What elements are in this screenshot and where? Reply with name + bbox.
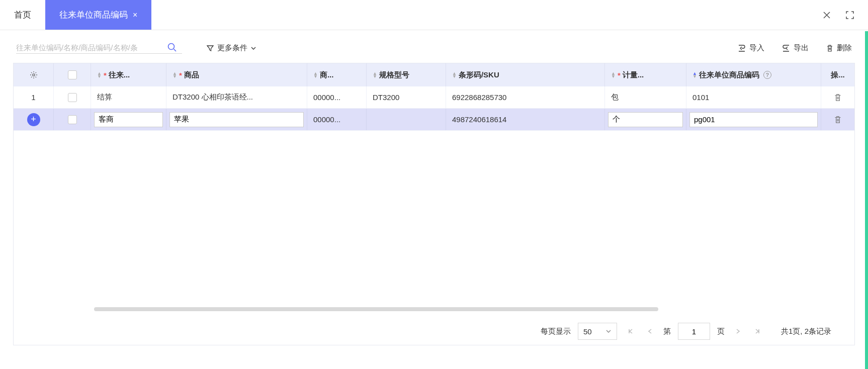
svg-point-1 xyxy=(32,74,34,76)
help-icon[interactable]: ? xyxy=(763,71,771,79)
scrollbar-thumb[interactable] xyxy=(94,307,658,311)
row-delete-button[interactable] xyxy=(833,115,842,124)
th-pcode-label: 商... xyxy=(320,70,334,80)
sort-icon: ▲▼ xyxy=(692,72,697,78)
tab-home-label: 首页 xyxy=(14,9,31,21)
required-icon: * xyxy=(104,71,107,79)
gear-icon xyxy=(29,70,38,79)
th-partnersku[interactable]: ▲▼ 往来单位商品编码 ? xyxy=(686,63,821,86)
import-label: 导入 xyxy=(749,43,764,53)
pager-summary: 共1页, 2条记录 xyxy=(781,327,831,336)
partner-input[interactable] xyxy=(94,112,163,127)
partnersku-input[interactable] xyxy=(689,112,818,127)
cell-op xyxy=(821,86,854,108)
page-prefix-label: 第 xyxy=(663,327,671,336)
cell-pcode: 00000... xyxy=(307,86,367,108)
sort-icon: ▲▼ xyxy=(313,72,318,78)
cell-checkbox xyxy=(54,109,91,130)
per-page-label: 每页显示 xyxy=(541,327,571,336)
add-row-button[interactable]: + xyxy=(27,113,40,126)
import-icon xyxy=(737,44,746,53)
right-edge-accent xyxy=(865,31,868,369)
unit-input[interactable] xyxy=(608,112,683,127)
required-icon: * xyxy=(179,71,182,79)
close-all-tabs-button[interactable] xyxy=(821,9,833,21)
cell-unit[interactable]: 包 xyxy=(605,86,686,108)
tabs-right xyxy=(821,0,868,30)
next-page-button[interactable] xyxy=(732,328,744,334)
export-button[interactable]: 导出 xyxy=(782,43,809,53)
cell-barcode: 4987240618614 xyxy=(446,109,605,130)
trash-icon xyxy=(826,44,834,52)
sort-icon: ▲▼ xyxy=(373,72,377,78)
chevron-down-icon xyxy=(605,328,612,334)
cell-partnersku[interactable]: 0101 xyxy=(686,86,821,108)
export-icon xyxy=(782,44,791,53)
prev-page-button[interactable] xyxy=(644,328,656,334)
th-spec[interactable]: ▲▼ 规格型号 xyxy=(367,63,446,86)
fullscreen-button[interactable] xyxy=(844,9,856,21)
required-icon: * xyxy=(618,71,621,79)
row-checkbox[interactable] xyxy=(68,115,77,124)
chevron-down-icon xyxy=(250,45,256,51)
toolbar: 更多条件 导入 导出 删除 xyxy=(0,30,868,63)
th-checkbox[interactable] xyxy=(54,63,91,86)
tab-home[interactable]: 首页 xyxy=(0,0,45,30)
th-partner[interactable]: ▲▼ * 往来... xyxy=(91,63,166,86)
row-checkbox[interactable] xyxy=(68,93,77,102)
svg-point-0 xyxy=(168,44,175,50)
more-filter-button[interactable]: 更多条件 xyxy=(206,43,256,53)
page-suffix-label: 页 xyxy=(717,327,725,336)
import-button[interactable]: 导入 xyxy=(737,43,764,53)
sort-icon: ▲▼ xyxy=(611,72,616,78)
table: ▲▼ * 往来... ▲▼ * 商品 ▲▼ 商... ▲▼ 规格型号 ▲▼ 条形… xyxy=(13,63,855,345)
cell-partner xyxy=(91,109,166,130)
toolbar-right: 导入 导出 删除 xyxy=(737,43,852,53)
last-page-button[interactable] xyxy=(751,328,764,335)
sort-icon: ▲▼ xyxy=(97,72,102,78)
th-settings[interactable] xyxy=(14,63,54,86)
tabs-bar: 首页 往来单位商品编码 × xyxy=(0,0,868,30)
th-unit-label: 计量... xyxy=(623,70,644,80)
page-number-input[interactable] xyxy=(678,323,710,340)
search-wrap xyxy=(16,42,182,54)
trash-icon xyxy=(833,115,842,124)
trash-icon xyxy=(833,93,842,102)
cell-barcode: 6922868285730 xyxy=(446,86,605,108)
th-partner-label: 往来... xyxy=(109,70,130,80)
th-barcode-label: 条形码/SKU xyxy=(459,70,499,80)
page-size-value: 50 xyxy=(583,327,592,336)
fullscreen-icon xyxy=(845,11,854,20)
tab-partner-sku[interactable]: 往来单位商品编码 × xyxy=(45,0,151,30)
cell-unit xyxy=(605,109,686,130)
cell-pcode: 00000... xyxy=(307,109,367,130)
cell-index: 1 xyxy=(14,86,54,108)
sort-icon: ▲▼ xyxy=(172,72,177,78)
delete-button[interactable]: 删除 xyxy=(826,43,852,53)
pager: 每页显示 50 第 页 共1页, 2条记录 xyxy=(27,318,841,345)
search-input[interactable] xyxy=(16,43,167,52)
close-icon[interactable]: × xyxy=(133,11,137,20)
row-delete-button[interactable] xyxy=(833,93,842,102)
horizontal-scrollbar[interactable] xyxy=(14,306,854,313)
scrollbar-track xyxy=(94,307,774,311)
th-barcode[interactable]: ▲▼ 条形码/SKU xyxy=(446,63,605,86)
product-input[interactable] xyxy=(169,112,304,127)
cell-product[interactable]: DT3200 心相印茶语经... xyxy=(166,86,307,108)
cell-product xyxy=(166,109,307,130)
th-pcode[interactable]: ▲▼ 商... xyxy=(307,63,367,86)
checkbox-all[interactable] xyxy=(68,70,77,79)
th-unit[interactable]: ▲▼ * 计量... xyxy=(605,63,686,86)
cell-spec xyxy=(367,109,446,130)
cell-partner[interactable]: 结算 xyxy=(91,86,166,108)
filter-icon xyxy=(206,44,214,52)
th-product[interactable]: ▲▼ * 商品 xyxy=(166,63,307,86)
page-size-select[interactable]: 50 xyxy=(578,323,617,340)
th-product-label: 商品 xyxy=(184,70,199,80)
search-icon[interactable] xyxy=(167,42,177,52)
first-page-button[interactable] xyxy=(624,328,637,335)
cell-partnersku xyxy=(686,109,821,130)
table-row[interactable]: 1 结算 DT3200 心相印茶语经... 00000... DT3200 69… xyxy=(14,86,854,109)
table-row[interactable]: + 00000... 4987240618614 xyxy=(14,109,854,131)
cell-op xyxy=(821,109,854,130)
